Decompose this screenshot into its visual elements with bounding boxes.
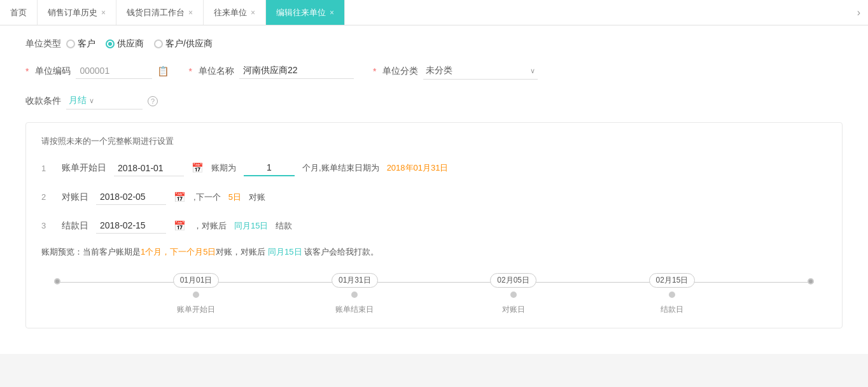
period-date-input-1[interactable]: [114, 160, 184, 176]
unit-type-label: 单位类型: [25, 38, 61, 50]
period-label-2: 对账日: [62, 192, 88, 203]
timeline-circle-0: [193, 292, 199, 298]
tab-cash-work-close[interactable]: ×: [188, 8, 193, 17]
tab-home[interactable]: 首页: [0, 0, 38, 25]
timeline-point-2: 02月05日 对账日: [490, 273, 536, 315]
unit-classify-label: 单位分类: [382, 66, 418, 77]
unit-type-row: 单位类型 客户 供应商 客户/供应商: [25, 38, 843, 50]
unit-info-row: * 单位编码 📋 * 单位名称 * 单位分类 未分类 ∨: [25, 62, 843, 80]
unit-code-calendar-icon[interactable]: 📋: [157, 66, 169, 77]
timeline-left-dot: [54, 278, 60, 315]
timeline-dot-left: [54, 278, 60, 285]
period-end-date: 2018年01月31日: [387, 162, 449, 174]
unit-name-label: 单位名称: [199, 66, 234, 77]
tab-edit-partner-close[interactable]: ×: [330, 8, 334, 17]
timeline-right-dot: [808, 278, 814, 315]
timeline-circle-2: [510, 292, 517, 298]
radio-supplier-circle: [106, 39, 115, 48]
help-icon[interactable]: ?: [148, 96, 158, 106]
payment-terms-dropdown[interactable]: 月结 ∨: [66, 92, 143, 109]
period-calendar-icon-2[interactable]: 📅: [174, 192, 186, 203]
radio-customer-label: 客户: [78, 38, 95, 50]
preview-label: 账期预览：当前客户账期是: [41, 247, 141, 257]
unit-classify-star: *: [373, 66, 376, 76]
period-row-2: 2 对账日 📅 ,下一个5日 对账: [41, 189, 827, 205]
tab-sales-history[interactable]: 销售订单历史 ×: [38, 0, 116, 25]
preview-mid: 对账，对账后: [216, 247, 265, 257]
timeline-label-2: 对账日: [502, 304, 525, 315]
unit-code-group: * 单位编码 📋: [25, 63, 169, 79]
unit-code-star: *: [25, 66, 29, 76]
period-label-period: 账期为: [211, 162, 236, 174]
radio-customer-circle: [66, 39, 75, 48]
period-calendar-icon-1[interactable]: 📅: [192, 162, 204, 174]
period-desc-2-prefix: ,下一个: [193, 192, 221, 203]
timeline-label-3: 结款日: [661, 304, 683, 315]
radio-supplier-label: 供应商: [117, 38, 144, 50]
period-label-3: 结款日: [62, 220, 88, 232]
tab-home-label: 首页: [10, 7, 27, 18]
tab-more-button[interactable]: ›: [850, 7, 868, 18]
period-num-1: 1: [41, 164, 54, 173]
timeline-circle-3: [669, 292, 675, 298]
tab-partner-close[interactable]: ×: [251, 8, 255, 17]
radio-both[interactable]: 客户/供应商: [154, 38, 213, 50]
preview-p1: 1个月，: [141, 247, 170, 257]
period-num-3: 3: [41, 221, 54, 230]
main-content: 单位类型 客户 供应商 客户/供应商 * 单位编码: [0, 25, 868, 354]
tab-partner[interactable]: 往来单位 ×: [204, 0, 266, 25]
timeline-point-1: 01月31日 账单结束日: [332, 273, 378, 315]
unit-classify-value: 未分类: [426, 65, 528, 76]
unit-classify-dropdown[interactable]: 未分类 ∨: [423, 62, 538, 80]
tab-partner-label: 往来单位: [214, 7, 247, 18]
radio-customer[interactable]: 客户: [66, 38, 95, 50]
radio-group: 客户 供应商 客户/供应商: [66, 38, 213, 50]
period-desc-3-suffix: 结款: [276, 220, 292, 232]
tab-edit-partner-label: 编辑往来单位: [276, 7, 326, 18]
payment-terms-group: 收款条件 月结 ∨ ?: [25, 92, 158, 109]
period-desc-3-prefix: ，对账后: [193, 220, 227, 232]
timeline-dot-right: [808, 278, 814, 285]
timeline-badge-1: 01月31日: [332, 273, 378, 288]
period-num-2: 2: [41, 192, 54, 202]
tab-sales-history-close[interactable]: ×: [101, 8, 106, 17]
tab-sales-history-label: 销售订单历史: [48, 7, 97, 18]
tab-edit-partner[interactable]: 编辑往来单位 ×: [266, 0, 345, 25]
radio-supplier[interactable]: 供应商: [106, 38, 144, 50]
period-desc-2-suffix: 对账: [249, 192, 265, 203]
timeline-point-0: 01月01日 账单开始日: [173, 273, 220, 315]
period-card: 请按照未来的一个完整帐期进行设置 1 账单开始日 📅 账期为 个月,账单结束日期…: [25, 122, 843, 328]
preview-end: 该客户会给我打款。: [304, 247, 379, 257]
timeline-label-0: 账单开始日: [177, 304, 215, 315]
period-calendar-icon-3[interactable]: 📅: [174, 220, 186, 232]
period-row-3: 3 结款日 📅 ，对账后同月15日 结款: [41, 218, 827, 234]
radio-both-circle: [154, 39, 163, 48]
unit-name-input[interactable]: [239, 63, 354, 79]
timeline-badge-0: 01月01日: [173, 273, 220, 288]
payment-terms-row: 收款条件 月结 ∨ ?: [25, 92, 843, 109]
unit-name-group: * 单位名称: [188, 63, 353, 79]
radio-both-label: 客户/供应商: [165, 38, 213, 50]
tab-cash-work[interactable]: 钱货日清工作台 ×: [116, 0, 204, 25]
period-label-1: 账单开始日: [62, 162, 106, 174]
unit-classify-group: * 单位分类 未分类 ∨: [373, 62, 538, 80]
unit-code-label: 单位编码: [35, 66, 71, 77]
unit-code-input[interactable]: [76, 63, 152, 79]
timeline-items: 01月01日 账单开始日 01月31日 账单结束日 02月05日 对账日 02月…: [54, 273, 814, 315]
preview-p2: 下一个月5日: [170, 247, 216, 257]
period-date-input-3[interactable]: [96, 218, 166, 234]
timeline-badge-2: 02月05日: [490, 273, 536, 288]
timeline-wrapper: 01月01日 账单开始日 01月31日 账单结束日 02月05日 对账日 02月…: [41, 273, 827, 315]
period-desc-3-highlight: 同月15日: [234, 220, 268, 232]
preview-p3: 同月15日: [268, 247, 302, 257]
period-months-input[interactable]: [244, 160, 295, 176]
period-row-1: 1 账单开始日 📅 账期为 个月,账单结束日期为 2018年01月31日: [41, 160, 827, 176]
card-hint: 请按照未来的一个完整帐期进行设置: [41, 136, 827, 147]
preview-text: 账期预览：当前客户账期是1个月，下一个月5日对账，对账后 同月15日 该客户会给…: [41, 246, 827, 258]
timeline-circle-1: [351, 292, 358, 298]
unit-classify-chevron-icon: ∨: [530, 67, 535, 75]
payment-terms-value: 月结: [69, 95, 87, 106]
unit-type-group: 单位类型 客户 供应商 客户/供应商: [25, 38, 213, 50]
period-date-input-2[interactable]: [96, 189, 166, 205]
period-unit: 个月,账单结束日期为: [302, 162, 379, 174]
